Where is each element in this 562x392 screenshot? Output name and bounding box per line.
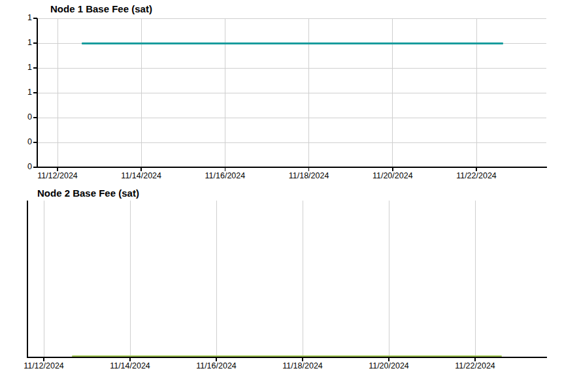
y-tick-mark [33,92,37,93]
h-gridline [37,18,546,19]
x-tick-label: 11/16/2024 [195,171,254,181]
x-tick-mark [302,357,303,361]
v-gridline [389,201,389,357]
x-tick-label: 11/16/2024 [187,361,246,371]
x-tick-label: 11/20/2024 [363,171,422,181]
v-gridline [58,18,58,167]
x-tick-mark [43,357,44,361]
x-tick-mark [225,167,226,171]
y-tick-label: 1 [14,38,32,48]
x-axis [37,167,547,168]
y-tick-label: 1 [14,63,32,73]
y-tick-label: 0 [14,137,32,147]
x-tick-label: 11/22/2024 [447,171,506,181]
y-tick-mark [33,67,37,69]
y-tick-mark [33,142,37,143]
h-gridline [37,43,546,44]
y-tick-mark [33,117,37,118]
x-axis [27,357,547,358]
chart-title-node1: Node 1 Base Fee (sat) [50,3,152,14]
dashboard-base-fee-charts: Node 1 Base Fee (sat) 11/12/202411/14/20… [0,0,562,392]
series-line-node-2-base-fee [72,355,502,357]
x-tick-mark [392,167,393,171]
v-gridline [303,201,303,357]
x-tick-mark [140,167,142,171]
v-gridline [225,18,225,167]
chart-title-node2: Node 2 Base Fee (sat) [37,188,139,199]
y-tick-mark [33,167,37,168]
x-tick-label: 11/18/2024 [273,361,332,371]
v-gridline [44,201,44,357]
h-gridline [37,93,546,93]
v-gridline [216,201,217,357]
x-tick-mark [57,167,58,171]
v-gridline [308,18,309,167]
x-tick-label: 11/18/2024 [280,171,339,181]
h-gridline [37,142,546,143]
y-axis [37,18,38,168]
y-tick-mark [33,42,37,44]
v-gridline [130,201,131,357]
y-tick-label: 0 [14,162,32,172]
y-axis [27,201,28,358]
y-tick-mark [33,18,37,19]
v-gridline [141,18,142,167]
h-gridline [37,68,546,69]
h-gridline [37,118,546,118]
x-tick-mark [474,357,476,361]
v-gridline [392,18,393,167]
v-gridline [475,201,476,357]
x-tick-mark [129,357,131,361]
y-tick-label: 1 [14,88,32,97]
y-tick-label: 1 [14,13,32,23]
x-tick-label: 11/12/2024 [14,361,73,371]
x-tick-mark [476,167,477,171]
x-tick-label: 11/22/2024 [446,361,504,371]
x-tick-label: 11/12/2024 [28,171,87,181]
x-tick-label: 11/14/2024 [101,361,159,371]
y-tick-label: 0 [14,112,32,122]
x-tick-label: 11/20/2024 [359,361,418,371]
x-tick-mark [308,167,310,171]
v-gridline [476,18,477,167]
series-line-node-1-base-fee [82,42,503,44]
x-tick-mark [216,357,217,361]
x-tick-label: 11/14/2024 [112,171,171,181]
x-tick-mark [388,357,389,361]
